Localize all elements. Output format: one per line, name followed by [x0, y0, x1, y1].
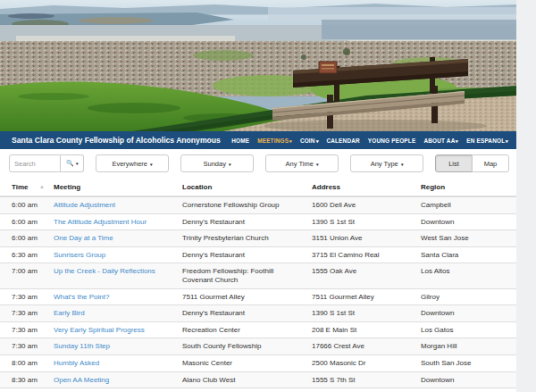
cell-location: Denny's Restaurant: [179, 246, 308, 263]
cell-time: 6:00 am: [0, 230, 50, 247]
meeting-row: 6:00 am One Day at a Time Trinity Presby…: [0, 230, 516, 247]
chevron-down-icon: ▾: [229, 162, 231, 167]
filter-dropdown-any-type[interactable]: Any Type ▾: [350, 154, 423, 172]
cell-region: Campbell: [417, 196, 516, 213]
cell-address: 208 E Main St: [308, 321, 417, 338]
filter-dropdown-sunday[interactable]: Sunday ▾: [180, 154, 254, 172]
nav-item-en-espanol[interactable]: EN ESPANOL▾: [466, 138, 508, 144]
cell-meeting: Sunrisers Group: [50, 246, 179, 263]
cell-time: 7:30 am: [0, 305, 50, 322]
cell-meeting: Very Early Spiritual Progress: [50, 321, 179, 338]
cell-time: 6:30 am: [0, 246, 50, 263]
table-header-row: Time▲MeetingLocationAddressRegion: [0, 179, 516, 196]
cell-meeting: Open AA Meeting: [50, 371, 179, 388]
meeting-row: 7:30 am Sunday 11th Step South County Fe…: [0, 338, 516, 355]
meeting-link[interactable]: Very Early Spiritual Progress: [54, 326, 145, 334]
page: Santa Clara County Fellowship of Alcohol…: [0, 0, 516, 392]
cell-meeting: Attitude Adjustment: [50, 196, 179, 213]
cell-location: Alano Club West: [179, 371, 308, 388]
chevron-down-icon: ▾: [456, 138, 458, 144]
magnifier-icon: 🔍: [66, 160, 74, 167]
cell-region: Downtown: [417, 213, 516, 230]
filter-dropdown-everywhere[interactable]: Everywhere ▾: [96, 154, 169, 172]
chevron-down-icon: ▾: [150, 162, 153, 167]
hero-valley-photo: [0, 0, 516, 131]
filter-dropdowns: Everywhere ▾Sunday ▾Any Time ▾Any Type ▾: [96, 154, 423, 172]
cell-location: Alano Club of San Jose: [179, 388, 308, 392]
filter-dropdown-any-time[interactable]: Any Time ▾: [265, 154, 339, 172]
cell-location: 7511 Gourmet Alley: [179, 288, 308, 305]
nav-item-coin[interactable]: COIN▾: [300, 138, 319, 144]
meeting-link[interactable]: Early Bird: [54, 309, 85, 317]
cell-time: 7:30 am: [0, 321, 50, 338]
meeting-link[interactable]: The Attitude Adjustment Hour: [54, 218, 147, 226]
chevron-down-icon: ▾: [401, 162, 404, 167]
cell-address: 1555 Oak Ave: [308, 263, 417, 288]
meeting-row: 8:30 am Open AA Meeting Alano Club West …: [0, 371, 516, 388]
meeting-link[interactable]: Sunrisers Group: [54, 251, 105, 259]
cell-region: South San Jose: [417, 354, 516, 371]
meeting-link[interactable]: Up the Creek - Daily Reflections: [54, 267, 155, 275]
cell-meeting: One Day at a Time: [50, 230, 179, 247]
map-view-button[interactable]: Map: [472, 154, 509, 172]
nav-item-meetings[interactable]: MEETINGS▾: [257, 138, 292, 144]
cell-region: Morgan Hill: [417, 338, 516, 355]
cell-region: Downtown: [417, 305, 516, 322]
cell-region: Gilroy: [417, 288, 516, 305]
cell-region: East San Jose: [417, 388, 516, 392]
cell-time: 8:30 am: [0, 388, 50, 392]
cell-region: Downtown: [417, 371, 516, 388]
cell-address: 1390 S 1st St: [308, 213, 417, 230]
nav-item-young-people[interactable]: YOUNG PEOPLE: [368, 138, 416, 144]
meeting-row: 8:00 am Humbly Asked Masonic Center 2500…: [0, 354, 516, 371]
cell-time: 7:00 am: [0, 263, 50, 288]
cell-location: Recreation Center: [179, 321, 308, 338]
sort-asc-icon: ▲: [39, 183, 45, 191]
cell-location: Masonic Center: [179, 354, 308, 371]
cell-time: 7:30 am: [0, 288, 50, 305]
cell-meeting: Sunday 11th Step: [50, 338, 179, 355]
meeting-link[interactable]: One Day at a Time: [54, 234, 113, 242]
meeting-link[interactable]: What's the Point?: [54, 293, 109, 301]
meeting-row: 7:30 am Very Early Spiritual Progress Re…: [0, 321, 516, 338]
list-view-button[interactable]: List: [435, 154, 473, 172]
chevron-down-icon: ▾: [315, 138, 318, 144]
nav-item-home[interactable]: HOME: [231, 138, 249, 144]
column-header-address[interactable]: Address: [308, 179, 417, 196]
cell-meeting: Cup of Coffee Group: [50, 388, 179, 392]
cell-meeting: Humbly Asked: [50, 354, 179, 371]
site-title[interactable]: Santa Clara County Fellowship of Alcohol…: [12, 136, 221, 145]
nav-menu: HOMEMEETINGS▾COIN▾CALENDARYOUNG PEOPLEAB…: [231, 138, 508, 144]
cell-address: 17666 Crest Ave: [308, 338, 417, 355]
navbar: Santa Clara County Fellowship of Alcohol…: [0, 131, 516, 149]
cell-location: Denny's Restaurant: [179, 213, 308, 230]
cell-address: 3715 El Camino Real: [308, 246, 417, 263]
meetings-table: Time▲MeetingLocationAddressRegion 6:00 a…: [0, 179, 516, 392]
cell-address: 1600 Dell Ave: [308, 196, 417, 213]
search-input[interactable]: [9, 154, 61, 172]
cell-location: Trinity Presbyterian Church: [179, 230, 308, 247]
chevron-down-icon: ▾: [506, 138, 508, 144]
meeting-link[interactable]: Sunday 11th Step: [54, 342, 110, 350]
meeting-row: 8:30 am Cup of Coffee Group Alano Club o…: [0, 388, 516, 392]
meeting-link[interactable]: Open AA Meeting: [54, 376, 109, 384]
meeting-row: 7:30 am What's the Point? 7511 Gourmet A…: [0, 288, 516, 305]
chevron-down-icon: ▾: [75, 161, 78, 166]
cell-region: West San Jose: [417, 230, 516, 247]
cell-meeting: What's the Point?: [50, 288, 179, 305]
chevron-down-icon: ▾: [289, 138, 292, 144]
meeting-link[interactable]: Attitude Adjustment: [54, 201, 115, 209]
cell-meeting: Up the Creek - Daily Reflections: [50, 263, 179, 288]
column-header-time[interactable]: Time▲: [0, 179, 50, 196]
column-header-location[interactable]: Location: [179, 179, 308, 196]
nav-item-about-aa[interactable]: ABOUT AA▾: [423, 138, 458, 144]
nav-item-calendar[interactable]: CALENDAR: [326, 138, 359, 144]
cell-time: 8:30 am: [0, 371, 50, 388]
view-toggle: List Map: [435, 154, 510, 172]
meeting-link[interactable]: Humbly Asked: [54, 359, 99, 367]
meeting-row: 6:30 am Sunrisers Group Denny's Restaura…: [0, 246, 516, 263]
cell-region: Santa Clara: [417, 246, 516, 263]
column-header-meeting[interactable]: Meeting: [50, 179, 179, 196]
search-mode-button[interactable]: 🔍▾: [61, 154, 84, 172]
column-header-region[interactable]: Region: [417, 179, 516, 196]
